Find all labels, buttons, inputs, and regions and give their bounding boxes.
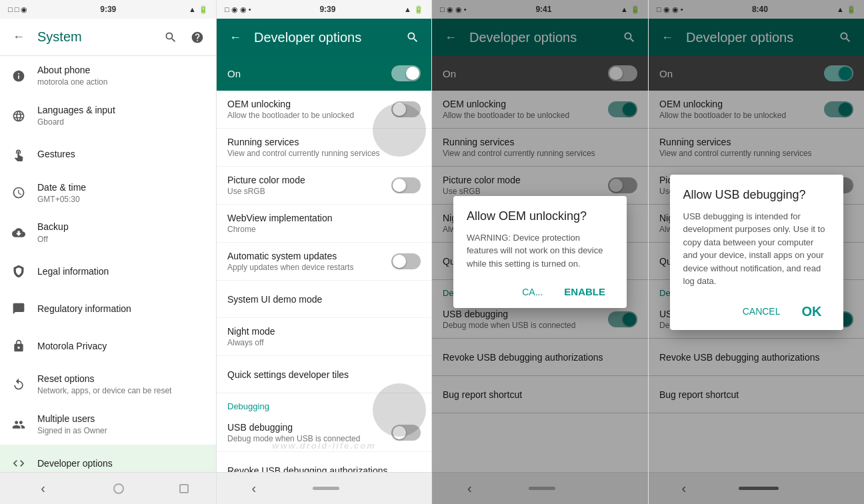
battery-icon-2: 🔋 — [414, 5, 423, 14]
backup-subtitle: Off — [37, 235, 205, 245]
bottom-nav-1: ‹ — [0, 472, 216, 504]
dev-item-oem-2[interactable]: OEM unlocking Allow the bootloader to be… — [217, 91, 431, 129]
settings-item-privacy[interactable]: Motorola Privacy — [0, 327, 216, 365]
dev-webview-title-2: WebView implementation — [227, 213, 421, 223]
dev-item-autoupdate-2[interactable]: Automatic system updates Apply updates w… — [217, 243, 431, 281]
dev-options-panel-3: □ ◉ ◉ • 9:41 ▲ 🔋 ← Developer options On … — [432, 0, 649, 504]
dev-on-label-2: On — [227, 68, 241, 79]
status-right-2: ▲ 🔋 — [404, 5, 423, 14]
users-text: Multiple users Signed in as Owner — [37, 413, 205, 437]
dev-usb-text-2: USB debugging Debug mode when USB is con… — [227, 422, 391, 443]
users-title: Multiple users — [37, 413, 205, 425]
status-time-1: 9:39 — [100, 5, 116, 14]
status-left-icons: □ □ ◉ — [8, 5, 27, 14]
usb-ok-button[interactable]: OK — [794, 299, 830, 325]
regulatory-title: Regulatory information — [37, 303, 205, 315]
dev-settings-list-2: OEM unlocking Allow the bootloader to be… — [217, 91, 431, 472]
wifi-icon: ▲ — [189, 5, 196, 13]
back-nav-2[interactable]: ‹ — [239, 475, 270, 501]
battery-icon: 🔋 — [199, 5, 208, 14]
dev-item-demo-2[interactable]: System UI demo mode — [217, 281, 431, 318]
settings-item-users[interactable]: Multiple users Signed in as Owner — [0, 405, 216, 445]
oem-enable-button[interactable]: Enable — [556, 281, 613, 303]
legal-title: Legal information — [37, 265, 205, 277]
status-right-icons: ▲ 🔋 — [189, 5, 208, 14]
status-time-2: 9:39 — [319, 5, 335, 14]
settings-item-developer[interactable]: Developer options — [0, 445, 216, 472]
notif-icons-2: □ ◉ ◉ • — [225, 5, 251, 14]
reset-subtitle: Network, apps, or device can be reset — [37, 386, 205, 397]
recents-nav[interactable] — [179, 484, 189, 493]
users-icon — [11, 417, 27, 433]
dev-usb-title-2: USB debugging — [227, 422, 391, 433]
settings-item-gestures[interactable]: Gestures — [0, 136, 216, 173]
dev-color-text-2: Picture color mode Use sRGB — [227, 175, 391, 196]
app-bar-2: ← Developer options — [217, 19, 431, 56]
oem-cancel-button[interactable]: Ca... — [514, 281, 551, 303]
status-bar-1: □ □ ◉ 9:39 ▲ 🔋 — [0, 0, 216, 19]
dev-oem-text-2: OEM unlocking Allow the bootloader to be… — [227, 99, 391, 120]
dev-usb-sub-2: Debug mode when USB is connected — [227, 434, 391, 443]
bottom-nav-2: ‹ — [217, 472, 431, 504]
dev-item-revoke-2[interactable]: Revoke USB debugging authorizations — [217, 452, 431, 472]
settings-item-languages[interactable]: Languages & input Gboard — [0, 96, 216, 136]
gestures-text: Gestures — [37, 148, 205, 160]
legal-icon — [11, 263, 27, 279]
about-icon — [11, 68, 27, 84]
dev-item-color-2[interactable]: Picture color mode Use sRGB — [217, 167, 431, 205]
privacy-icon — [11, 338, 27, 354]
oem-dialog: Allow OEM unlocking? WARNING: Device pro… — [453, 196, 627, 309]
about-text: About phone motorola one action — [37, 64, 205, 88]
privacy-text: Motorola Privacy — [37, 340, 205, 352]
home-nav-2[interactable] — [313, 487, 339, 490]
about-title: About phone — [37, 64, 205, 76]
oem-toggle-2[interactable] — [391, 101, 421, 117]
usb-dialog-title: Allow USB debugging? — [683, 188, 830, 202]
color-toggle-2[interactable] — [391, 177, 421, 193]
dev-item-quicksettings-2[interactable]: Quick settings developer tiles — [217, 356, 431, 393]
home-nav[interactable] — [113, 483, 124, 494]
regulatory-text: Regulatory information — [37, 303, 205, 315]
languages-title: Languages & input — [37, 104, 205, 116]
status-left-2: □ ◉ ◉ • — [225, 5, 251, 14]
reset-text: Reset options Network, apps, or device c… — [37, 373, 205, 397]
settings-item-datetime[interactable]: Date & time GMT+05:30 — [0, 173, 216, 213]
system-settings-panel: □ □ ◉ 9:39 ▲ 🔋 ← System About phone moto… — [0, 0, 217, 504]
dev-item-usb-2[interactable]: USB debugging Debug mode when USB is con… — [217, 414, 431, 452]
back-button-2[interactable]: ← — [227, 29, 243, 45]
settings-item-legal[interactable]: Legal information — [0, 253, 216, 290]
status-bar-2: □ ◉ ◉ • 9:39 ▲ 🔋 — [217, 0, 431, 19]
settings-item-reset[interactable]: Reset options Network, apps, or device c… — [0, 365, 216, 405]
help-button[interactable] — [189, 29, 205, 45]
usb-dialog: Allow USB debugging? USB debugging is in… — [670, 175, 843, 330]
back-nav[interactable]: ‹ — [27, 475, 59, 501]
search-button-2[interactable] — [405, 29, 421, 45]
dev-on-header-2: On — [217, 56, 431, 91]
privacy-title: Motorola Privacy — [37, 340, 205, 352]
dev-item-webview-2[interactable]: WebView implementation Chrome — [217, 205, 431, 243]
dev-main-toggle-2[interactable] — [391, 65, 421, 81]
settings-item-regulatory[interactable]: Regulatory information — [0, 290, 216, 327]
settings-item-about[interactable]: About phone motorola one action — [0, 56, 216, 96]
backup-title: Backup — [37, 221, 205, 233]
search-button-1[interactable] — [163, 29, 179, 45]
dev-item-night-2[interactable]: Night mode Always off — [217, 318, 431, 356]
back-button-1[interactable]: ← — [11, 29, 27, 45]
usb-cancel-button[interactable]: Cancel — [735, 299, 789, 325]
regulatory-icon — [11, 301, 27, 317]
backup-text: Backup Off — [37, 221, 205, 245]
app-bar-1: ← System — [0, 19, 216, 56]
dev-revoke-title-2: Revoke USB debugging authorizations — [227, 465, 421, 473]
gestures-icon — [11, 147, 27, 163]
oem-dialog-body: WARNING: Device protection features will… — [467, 231, 613, 271]
dev-item-running-2[interactable]: Running services View and control curren… — [217, 129, 431, 167]
usb-dialog-overlay: Allow USB debugging? USB debugging is in… — [649, 0, 864, 504]
legal-text: Legal information — [37, 265, 205, 277]
developer-title: Developer options — [37, 457, 205, 469]
settings-item-backup[interactable]: Backup Off — [0, 213, 216, 253]
usb-toggle-2[interactable] — [391, 425, 421, 441]
datetime-subtitle: GMT+05:30 — [37, 195, 205, 205]
autoupdate-toggle-2[interactable] — [391, 253, 421, 269]
oem-dialog-title: Allow OEM unlocking? — [467, 209, 613, 223]
languages-subtitle: Gboard — [37, 117, 205, 128]
